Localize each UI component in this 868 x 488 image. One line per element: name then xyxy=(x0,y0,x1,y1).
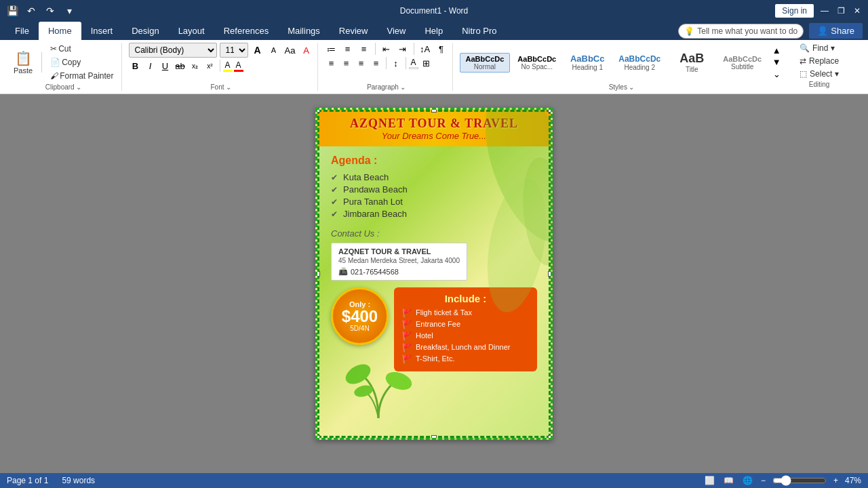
bullets-button[interactable]: ≔ xyxy=(325,43,338,55)
tab-layout[interactable]: Layout xyxy=(169,22,214,40)
save-icon[interactable]: 💾 xyxy=(5,4,19,18)
restore-button[interactable]: ❐ xyxy=(835,5,846,16)
select-button[interactable]: ⬚ Select ▾ xyxy=(797,68,842,79)
line-spacing-button[interactable]: ↕ xyxy=(389,57,403,69)
minimize-button[interactable]: — xyxy=(819,5,830,16)
style-subtitle[interactable]: AaBbCcDc Subtitle xyxy=(717,53,768,73)
check-icon: ✔ xyxy=(331,197,338,207)
tab-home[interactable]: Home xyxy=(39,22,81,40)
font-color-button[interactable]: A xyxy=(234,60,243,72)
styles-list: AaBbCcDc Normal AaBbCcDc No Spac... AaBb… xyxy=(460,49,768,75)
replace-button[interactable]: ⇄ Replace xyxy=(797,56,842,66)
sep3 xyxy=(375,43,376,55)
paragraph-expand-icon[interactable]: ⌄ xyxy=(400,83,406,91)
subscript-button[interactable]: x₂ xyxy=(189,60,202,72)
styles-scroll-down-button[interactable]: ▼ xyxy=(770,56,783,68)
bold-button[interactable]: B xyxy=(129,60,142,72)
handle-bottom-right[interactable] xyxy=(548,435,553,440)
sign-in-button[interactable]: Sign in xyxy=(775,4,814,18)
borders-button[interactable]: ⊞ xyxy=(420,57,433,69)
style-heading1[interactable]: AaBbCc Heading 1 xyxy=(564,52,611,73)
customize-qat-icon[interactable]: ▾ xyxy=(62,4,76,18)
tab-design[interactable]: Design xyxy=(122,22,168,40)
clipboard-expand-icon[interactable]: ⌄ xyxy=(76,83,81,91)
handle-middle-right[interactable] xyxy=(548,271,553,277)
superscript-button[interactable]: x² xyxy=(203,60,217,72)
editing-label: Editing xyxy=(809,81,830,88)
style-normal[interactable]: AaBbCcDc Normal xyxy=(460,53,511,73)
justify-button[interactable]: ≡ xyxy=(370,57,383,69)
handle-top-middle[interactable] xyxy=(431,108,437,113)
flag-icon: 🚩 xyxy=(402,320,412,329)
font-family-selector[interactable]: Calibri (Body) xyxy=(129,43,217,58)
handle-middle-left[interactable] xyxy=(315,271,320,277)
increase-indent-button[interactable]: ⇥ xyxy=(396,43,410,55)
font-size-selector[interactable]: 11 xyxy=(220,43,248,58)
zoom-slider[interactable] xyxy=(772,475,827,486)
copy-button[interactable]: 📄 Copy xyxy=(47,56,117,68)
clipboard-controls: 📋 Paste ✂ Cut 📄 Copy 🖌 Format Pai xyxy=(9,43,117,82)
tab-nitro-pro[interactable]: Nitro Pro xyxy=(452,22,506,40)
align-center-button[interactable]: ≡ xyxy=(340,57,353,69)
agenda-item-2: Pandawa Beach xyxy=(343,184,408,195)
styles-expand-icon[interactable]: ⌄ xyxy=(629,83,634,91)
format-painter-button[interactable]: 🖌 Format Painter xyxy=(47,70,117,82)
style-title[interactable]: AaB Title xyxy=(668,49,715,75)
handle-bottom-middle[interactable] xyxy=(431,435,437,440)
title-bar-right: Sign in — ❐ ✕ xyxy=(775,4,863,18)
undo-icon[interactable]: ↶ xyxy=(24,4,38,18)
italic-button[interactable]: I xyxy=(144,60,157,72)
styles-scroll-up-button[interactable]: ▲ xyxy=(770,45,783,56)
share-button[interactable]: 👤 Share xyxy=(809,23,863,39)
style-heading2[interactable]: AaBbCcDc Heading 2 xyxy=(612,52,667,73)
sep2 xyxy=(220,60,220,72)
tell-me-input[interactable]: 💡 Tell me what you want to do xyxy=(678,24,804,39)
sort-button[interactable]: ↕A xyxy=(418,43,432,55)
handle-top-right[interactable] xyxy=(548,108,553,113)
editing-controls: 🔍 Find ▾ ⇄ Replace ⬚ Select ▾ xyxy=(794,43,844,79)
multilevel-button[interactable]: ≡ xyxy=(357,43,371,55)
paragraph-label: Paragraph ⌄ xyxy=(367,83,406,91)
clipboard-label: Clipboard ⌄ xyxy=(45,83,81,91)
decrease-indent-button[interactable]: ⇤ xyxy=(380,43,393,55)
font-expand-icon[interactable]: ⌄ xyxy=(226,83,231,91)
handle-bottom-left[interactable] xyxy=(315,435,320,440)
zoom-plus-button[interactable]: + xyxy=(833,476,838,485)
paste-button[interactable]: 📋 Paste xyxy=(9,47,37,77)
tab-help[interactable]: Help xyxy=(415,22,452,40)
numbering-button[interactable]: ≡ xyxy=(341,43,355,55)
show-hide-button[interactable]: ¶ xyxy=(435,43,448,55)
tab-mailings[interactable]: Mailings xyxy=(278,22,330,40)
agenda-item-1: Kuta Beach xyxy=(343,172,389,182)
zoom-minus-button[interactable]: − xyxy=(761,476,766,485)
print-layout-view-button[interactable]: ⬜ xyxy=(704,474,716,487)
close-button[interactable]: ✕ xyxy=(852,5,863,16)
grow-font-button[interactable]: A xyxy=(251,44,264,56)
cut-button[interactable]: ✂ Cut xyxy=(47,43,117,55)
strikethrough-button[interactable]: ab xyxy=(174,60,187,72)
redo-icon[interactable]: ↷ xyxy=(43,4,57,18)
tab-references[interactable]: References xyxy=(214,22,278,40)
tab-file[interactable]: File xyxy=(5,22,39,40)
styles-expand-button[interactable]: ⌄ xyxy=(770,68,783,80)
align-left-button[interactable]: ≡ xyxy=(325,57,338,69)
paragraph-controls: ≔ ≡ ≡ ⇤ ⇥ ↕A ¶ ≡ ≡ ≡ ≡ ↕ xyxy=(325,43,448,82)
shrink-font-button[interactable]: A xyxy=(267,44,281,56)
style-no-spacing[interactable]: AaBbCcDc No Spac... xyxy=(511,53,562,73)
tab-view[interactable]: View xyxy=(377,22,415,40)
tab-insert[interactable]: Insert xyxy=(81,22,123,40)
shading-button[interactable]: A xyxy=(409,58,418,69)
clear-formatting-button[interactable]: A xyxy=(300,44,313,56)
web-layout-button[interactable]: 🌐 xyxy=(742,474,754,487)
align-right-button[interactable]: ≡ xyxy=(355,57,368,69)
find-button[interactable]: 🔍 Find ▾ xyxy=(797,43,842,54)
text-highlight-button[interactable]: A xyxy=(223,60,233,72)
underline-button[interactable]: U xyxy=(159,60,172,72)
flyer-container[interactable]: AZQNET TOUR & TRAVEL Your Dreams Come Tr… xyxy=(315,108,553,440)
title-bar: 💾 ↶ ↷ ▾ Document1 - Word Sign in — ❐ ✕ xyxy=(0,0,868,22)
handle-top-left[interactable] xyxy=(315,108,320,113)
change-case-button[interactable]: Aa xyxy=(283,44,297,56)
tab-review[interactable]: Review xyxy=(330,22,378,40)
ribbon-content: 📋 Paste ✂ Cut 📄 Copy 🖌 Format Pai xyxy=(0,40,868,94)
read-mode-button[interactable]: 📖 xyxy=(723,474,735,487)
